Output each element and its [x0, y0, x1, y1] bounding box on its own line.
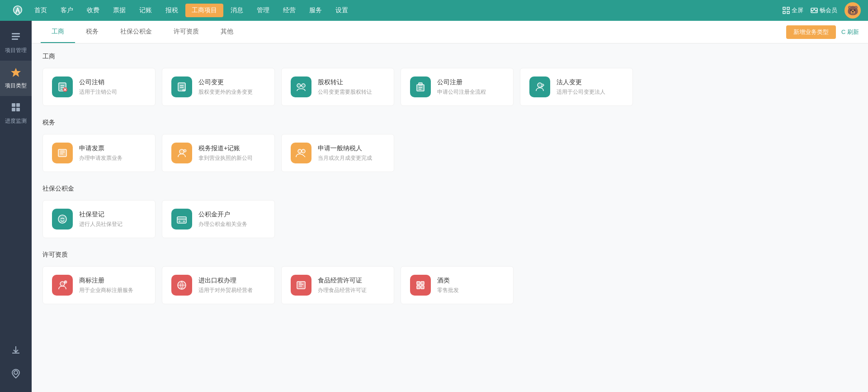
add-type-button[interactable]: 新增业务类型	[786, 25, 836, 39]
legal-change-icon	[529, 76, 550, 97]
sidebar-label-project-manage: 项目管理	[5, 47, 27, 54]
social-register-icon	[52, 209, 73, 229]
card-food-license[interactable]: 食品经营许可证 办理食品经营许可证	[281, 266, 394, 304]
cards-grid-social: 社保登记 进行人员社保登记 公积金开户 办理公积金相关业务	[42, 200, 857, 238]
svg-point-13	[14, 371, 18, 374]
svg-rect-0	[783, 7, 785, 10]
svg-rect-12	[16, 108, 20, 111]
svg-rect-1	[787, 7, 789, 10]
card-company-change[interactable]: 公司变更 股权变更外的业务变更	[162, 68, 275, 106]
nav-service[interactable]: 服务	[303, 4, 328, 17]
trademark-text: 商标注册 用于企业商标注册服务	[79, 277, 133, 294]
tax-report-title: 税务报道+记账	[198, 144, 253, 153]
sidebar: 项目管理 项目类型 进度监测	[0, 21, 32, 392]
trademark-title: 商标注册	[79, 277, 133, 285]
tab-business[interactable]: 工商	[41, 21, 75, 43]
fund-open-icon	[171, 209, 192, 229]
fund-open-text: 公积金开户 办理公积金相关业务	[198, 210, 247, 228]
svg-point-40	[179, 220, 180, 222]
section-title-social: 社保公积金	[42, 185, 857, 193]
sidebar-item-project-type[interactable]: 项目类型	[0, 61, 32, 96]
svg-rect-10	[16, 103, 20, 107]
content-area[interactable]: 工商 公司注销 适用于注销公司 公司变更	[32, 43, 868, 392]
sidebar-bottom	[7, 341, 24, 392]
project-manage-icon	[11, 32, 21, 44]
section-title-qualification: 许可资质	[42, 251, 857, 259]
trademark-desc: 用于企业商标注册服务	[79, 287, 133, 294]
company-change-desc: 股权变更外的业务变更	[198, 88, 253, 96]
nav-customer[interactable]: 客户	[54, 4, 80, 17]
alcohol-text: 酒类 零售批发	[437, 277, 459, 294]
user-avatar[interactable]: 🐻	[844, 2, 861, 19]
company-change-icon	[171, 76, 192, 97]
card-trademark[interactable]: R 商标注册 用于企业商标注册服务	[42, 266, 156, 304]
alcohol-desc: 零售批发	[437, 287, 459, 294]
nav-tax[interactable]: 报税	[159, 4, 184, 17]
cards-grid-tax: 申请发票 办理申请发票业务 税务报道+记账 拿到营业执照的新公司	[42, 134, 857, 172]
nav-operate[interactable]: 经营	[277, 4, 302, 17]
sidebar-label-project-type: 项目类型	[5, 82, 27, 90]
company-cancel-title: 公司注销	[79, 78, 117, 86]
sidebar-item-progress-monitor[interactable]: 进度监测	[0, 96, 32, 131]
card-company-cancel[interactable]: 公司注销 适用于注销公司	[42, 68, 156, 106]
nav-bill[interactable]: 票据	[107, 4, 132, 17]
svg-rect-9	[12, 103, 15, 107]
social-register-desc: 进行人员社保登记	[79, 220, 123, 228]
svg-rect-52	[417, 286, 420, 289]
tab-tax[interactable]: 税务	[75, 21, 109, 43]
company-cancel-desc: 适用于注销公司	[79, 88, 117, 96]
svg-point-38	[302, 149, 305, 153]
svg-rect-6	[12, 36, 20, 37]
nav-fee[interactable]: 收费	[80, 4, 106, 17]
main-layout: 项目管理 项目类型 进度监测 工商	[0, 21, 868, 392]
nav-home[interactable]: 首页	[28, 4, 53, 17]
tabs-bar: 工商 税务 社保公积金 许可资质 其他 新增业务类型 C 刷新	[32, 21, 868, 43]
sidebar-download-icon[interactable]	[7, 341, 24, 361]
svg-text:R: R	[65, 281, 66, 283]
social-register-title: 社保登记	[79, 210, 123, 219]
svg-rect-7	[12, 38, 18, 40]
card-import-export[interactable]: 进出口权办理 适用于对外贸易经营者	[162, 266, 275, 304]
vip-button[interactable]: 畅会员	[811, 6, 837, 14]
nav-accounting[interactable]: 记账	[133, 4, 158, 17]
apply-taxpayer-title: 申请一般纳税人	[318, 144, 372, 153]
card-company-register[interactable]: 公司注册 申请公司注册全流程	[401, 68, 514, 106]
company-register-icon	[410, 76, 431, 97]
tabs-list: 工商 税务 社保公积金 许可资质 其他	[41, 21, 244, 43]
sidebar-item-project-manage[interactable]: 项目管理	[0, 25, 32, 61]
apply-taxpayer-desc: 当月或次月成变更完成	[318, 154, 372, 162]
fullscreen-button[interactable]: 全屏	[783, 6, 803, 14]
card-apply-invoice[interactable]: 申请发票 办理申请发票业务	[42, 134, 156, 172]
card-equity-transfer[interactable]: 股权转让 公司变更需要股权转让	[281, 68, 394, 106]
cards-grid-qualification: R 商标注册 用于企业商标注册服务 进出口权办理 适用于对外贸易经营者	[42, 266, 857, 304]
tab-qualification[interactable]: 许可资质	[163, 21, 210, 43]
card-apply-taxpayer[interactable]: 申请一般纳税人 当月或次月成变更完成	[281, 134, 394, 172]
main-content: 工商 税务 社保公积金 许可资质 其他 新增业务类型 C 刷新 工商	[32, 21, 868, 392]
card-fund-open[interactable]: 公积金开户 办理公积金相关业务	[162, 200, 275, 238]
nav-message[interactable]: 消息	[224, 4, 250, 17]
tab-other[interactable]: 其他	[210, 21, 244, 43]
apply-invoice-icon	[52, 143, 73, 163]
svg-rect-53	[421, 286, 424, 289]
card-tax-report[interactable]: 税务报道+记账 拿到营业执照的新公司	[162, 134, 275, 172]
company-cancel-icon	[52, 76, 73, 97]
vip-label: 畅会员	[820, 6, 837, 14]
equity-transfer-icon	[291, 76, 311, 97]
legal-change-title: 法人变更	[557, 78, 605, 86]
nav-business[interactable]: 工商项目	[185, 4, 223, 17]
fund-open-desc: 办理公积金相关业务	[198, 220, 247, 228]
card-legal-change[interactable]: 法人变更 适用于公司变更法人	[520, 68, 633, 106]
import-export-title: 进出口权办理	[198, 277, 253, 285]
apply-invoice-title: 申请发票	[79, 144, 123, 153]
sidebar-location-icon[interactable]	[7, 365, 24, 385]
nav-manage[interactable]: 管理	[250, 4, 276, 17]
nav-menu: 首页 客户 收费 票据 记账 报税 工商项目 消息 管理 经营 服务 设置	[28, 4, 783, 17]
card-alcohol[interactable]: 酒类 零售批发	[401, 266, 514, 304]
progress-monitor-icon	[11, 102, 21, 115]
refresh-button[interactable]: C 刷新	[841, 28, 859, 36]
sidebar-label-progress-monitor: 进度监测	[5, 117, 27, 125]
company-register-text: 公司注册 申请公司注册全流程	[437, 78, 486, 96]
tab-social-security[interactable]: 社保公积金	[109, 21, 163, 43]
nav-settings[interactable]: 设置	[329, 4, 354, 17]
card-social-register[interactable]: 社保登记 进行人员社保登记	[42, 200, 156, 238]
